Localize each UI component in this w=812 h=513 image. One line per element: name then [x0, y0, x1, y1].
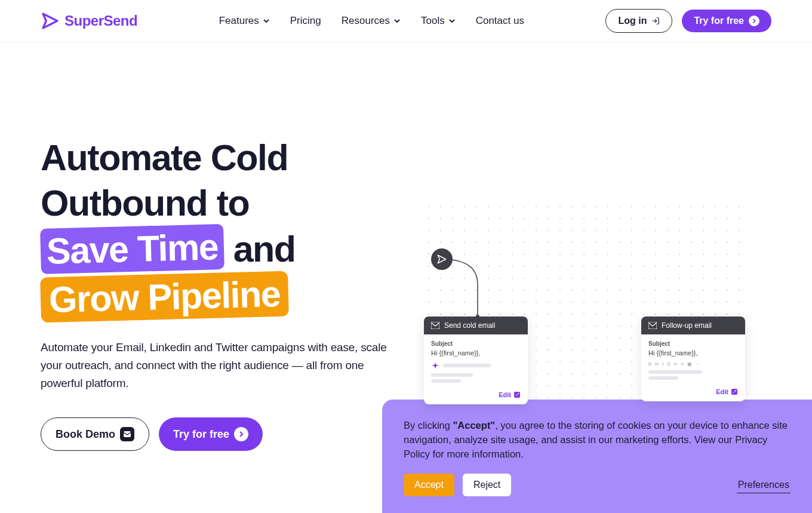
- nav-pricing-label: Pricing: [290, 15, 321, 27]
- mail-icon: [431, 322, 439, 329]
- greeting-text: Hi {{first_name}},: [431, 349, 521, 357]
- card-body: Subject Hi {{first_name}},: [424, 334, 528, 389]
- nav-features-label: Features: [219, 15, 259, 27]
- skeleton-line: [648, 370, 702, 374]
- svg-rect-4: [648, 322, 657, 329]
- send-icon: [436, 254, 447, 265]
- ai-sparkle-row: [431, 361, 521, 370]
- cookie-bold: "Accept": [453, 420, 496, 431]
- edit-label: Edit: [716, 388, 728, 395]
- heading-icon: H: [655, 361, 659, 367]
- subhead: Automate your Email, Linkedin and Twitte…: [41, 339, 387, 392]
- nav-resources[interactable]: Resources: [342, 15, 401, 27]
- edit-icon: [513, 391, 521, 398]
- nav-tools-label: Tools: [421, 15, 445, 27]
- headline-mid: and: [224, 229, 295, 269]
- hero: Automate Cold Outbound to Save Time and …: [0, 42, 812, 451]
- bold-icon: B: [648, 361, 651, 367]
- login-label: Log in: [618, 16, 647, 26]
- subject-label: Subject: [648, 340, 738, 347]
- arrow-circle-icon: [234, 427, 248, 441]
- skeleton-line: [431, 379, 461, 383]
- highlight-save-time: Save Time: [40, 223, 224, 274]
- header: SuperSend Features Pricing Resources Too…: [0, 0, 812, 42]
- strike-icon: S: [667, 361, 670, 367]
- cookie-text: By clicking "Accept", you agree to the s…: [404, 419, 791, 462]
- hero-content: Automate Cold Outbound to Save Time and …: [41, 135, 394, 451]
- login-button[interactable]: Log in: [605, 9, 672, 33]
- sparkle-icon: [431, 361, 439, 370]
- card-title: Send cold email: [444, 321, 495, 330]
- nav-resources-label: Resources: [342, 15, 390, 27]
- image-icon: ▣: [687, 361, 692, 367]
- try-free-hero-label: Try for free: [173, 428, 229, 441]
- logo[interactable]: SuperSend: [41, 11, 137, 30]
- skeleton-line: [431, 373, 473, 377]
- greeting-text: Hi {{first_name}},: [648, 349, 738, 357]
- cookie-banner: By clicking "Accept", you agree to the s…: [382, 400, 812, 513]
- cookie-prefs-button[interactable]: Preferences: [737, 477, 791, 493]
- cookie-prefix: By clicking: [404, 420, 453, 431]
- cookie-reject-button[interactable]: Reject: [463, 474, 511, 496]
- card-header: Follow-up email: [641, 317, 745, 334]
- header-actions: Log in Try for free: [605, 9, 771, 33]
- cookie-accept-button[interactable]: Accept: [404, 474, 454, 496]
- nav-contact[interactable]: Contact us: [476, 15, 524, 27]
- nav-pricing[interactable]: Pricing: [290, 15, 321, 27]
- chevron-down-icon: [263, 17, 270, 24]
- email-card-cold: Send cold email Subject Hi {{first_name}…: [424, 317, 528, 404]
- italic-icon: I: [662, 361, 663, 367]
- edit-icon: [731, 388, 738, 395]
- skeleton-line: [648, 376, 678, 380]
- headline-line1: Automate Cold Outbound to: [41, 137, 288, 223]
- nav-contact-label: Contact us: [476, 15, 524, 27]
- book-demo-button[interactable]: Book Demo: [41, 417, 149, 451]
- card-footer: Edit: [424, 389, 528, 404]
- email-card-followup: Follow-up email Subject Hi {{first_name}…: [641, 317, 745, 401]
- card-header: Send cold email: [424, 317, 528, 334]
- edit-label: Edit: [499, 391, 511, 398]
- list-icon: ≡: [681, 361, 684, 367]
- link-icon: ∞: [674, 361, 678, 367]
- chevron-down-icon: [393, 17, 401, 24]
- svg-rect-0: [124, 431, 131, 437]
- card-body: Subject Hi {{first_name}}, B H I S ∞ ≡ ▣…: [641, 334, 745, 386]
- subject-label: Subject: [431, 340, 521, 347]
- card-footer: Edit: [641, 386, 745, 401]
- format-toolbar: B H I S ∞ ≡ ▣ ⋯: [648, 361, 738, 367]
- book-demo-label: Book Demo: [56, 428, 115, 441]
- skeleton-line: [443, 364, 491, 367]
- mail-icon: [120, 427, 134, 441]
- logo-text: SuperSend: [64, 13, 137, 29]
- nav-features[interactable]: Features: [219, 15, 270, 27]
- nav-tools[interactable]: Tools: [421, 15, 456, 27]
- more-icon: ⋯: [696, 361, 700, 367]
- hero-actions: Book Demo Try for free: [41, 417, 394, 451]
- try-free-header-button[interactable]: Try for free: [682, 10, 771, 32]
- chevron-down-icon: [448, 17, 456, 24]
- cookie-actions: Accept Reject Preferences: [404, 474, 791, 496]
- try-free-header-label: Try for free: [694, 16, 744, 26]
- svg-rect-2: [431, 322, 439, 329]
- logo-icon: [41, 11, 60, 30]
- try-free-hero-button[interactable]: Try for free: [159, 417, 263, 451]
- send-node: [431, 248, 453, 270]
- card-title: Follow-up email: [662, 321, 712, 330]
- headline: Automate Cold Outbound to Save Time and …: [41, 135, 394, 320]
- main-nav: Features Pricing Resources Tools Contact…: [219, 15, 524, 27]
- arrow-circle-icon: [749, 16, 759, 26]
- mail-icon: [648, 322, 657, 329]
- highlight-grow-pipeline: Grow Pipeline: [40, 271, 289, 322]
- login-icon: [651, 17, 660, 25]
